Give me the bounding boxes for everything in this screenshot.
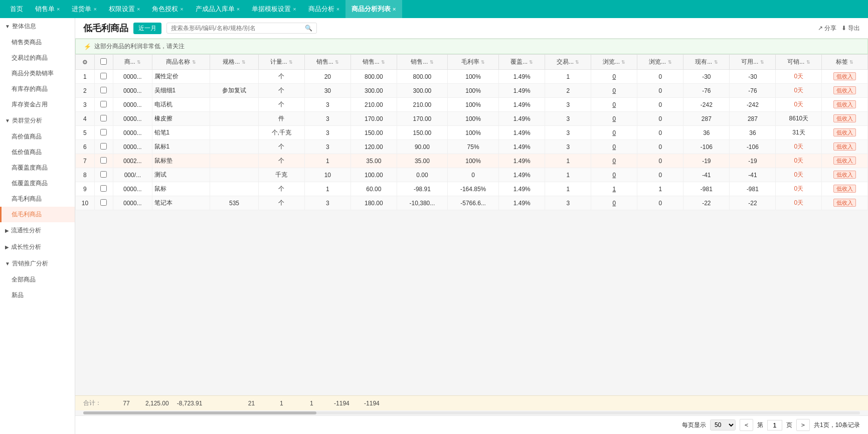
row-browse1[interactable]: 0: [591, 154, 637, 168]
export-button[interactable]: ⬇ 导出: [841, 24, 860, 33]
table-row[interactable]: 4 0000... 橡皮擦 件 3 170.00 170.00 100% 1.4…: [76, 112, 868, 126]
row-select-checkbox[interactable]: [100, 157, 107, 164]
close-icon[interactable]: ×: [137, 6, 140, 12]
row-select-checkbox[interactable]: [100, 171, 107, 178]
nav-product-analysis-list[interactable]: 商品分析列表 ×: [345, 0, 402, 18]
col-trade[interactable]: 交易... ⇅: [545, 55, 591, 70]
close-icon[interactable]: ×: [336, 6, 339, 12]
sidebar-item-in-stock[interactable]: 有库存的商品: [0, 81, 75, 97]
row-browse1[interactable]: 0: [591, 70, 637, 84]
col-saleable[interactable]: 可销... ⇅: [776, 55, 822, 70]
col-checkbox[interactable]: [94, 55, 113, 70]
row-select-checkbox[interactable]: [100, 199, 107, 206]
close-icon[interactable]: ×: [293, 6, 296, 12]
row-checkbox[interactable]: [94, 98, 113, 112]
next-page-button[interactable]: ＞: [796, 419, 810, 431]
row-browse1[interactable]: 0: [591, 140, 637, 154]
table-row[interactable]: 8 000/... 测试 千克 10 100.00 0.00 0 1.49% 1…: [76, 168, 868, 182]
row-select-checkbox[interactable]: [100, 73, 107, 79]
sidebar-item-traded-goods[interactable]: 交易过的商品: [0, 50, 75, 66]
table-row[interactable]: 3 0000... 电话机 个 3 210.00 210.00 100% 1.4…: [76, 98, 868, 112]
row-browse1[interactable]: 0: [591, 168, 637, 182]
close-icon[interactable]: ×: [393, 6, 396, 12]
horizontal-scrollbar[interactable]: [83, 411, 860, 414]
col-spec[interactable]: 规格... ⇅: [210, 55, 259, 70]
row-checkbox[interactable]: [94, 168, 113, 182]
table-row[interactable]: 5 0000... 铅笔1 个,千克 3 150.00 150.00 100% …: [76, 126, 868, 140]
table-row[interactable]: 10 0000... 笔记本 535 个 3 180.00 -10,380...…: [76, 196, 868, 210]
col-sales-price[interactable]: 销售... ⇅: [351, 55, 397, 70]
nav-role-auth[interactable]: 角色授权 ×: [146, 0, 189, 18]
row-checkbox[interactable]: [94, 112, 113, 126]
row-select-checkbox[interactable]: [100, 129, 107, 135]
sidebar-item-low-value[interactable]: 低价值商品: [0, 144, 75, 160]
col-available[interactable]: 可用... ⇅: [730, 55, 776, 70]
filter-recent-month-button[interactable]: 近一月: [133, 23, 161, 34]
sidebar-item-new-goods[interactable]: 新品: [0, 287, 75, 303]
sidebar-item-all-goods[interactable]: 全部商品: [0, 272, 75, 287]
nav-permissions[interactable]: 权限设置 ×: [103, 0, 146, 18]
sidebar-group-overall[interactable]: ▼ 整体信息: [0, 18, 75, 35]
sidebar-item-sales-goods[interactable]: 销售类商品: [0, 35, 75, 50]
row-browse1[interactable]: 0: [591, 126, 637, 140]
share-button[interactable]: ↗ 分享: [818, 24, 836, 33]
nav-home[interactable]: 首页: [4, 0, 29, 18]
scrollbar-thumb[interactable]: [83, 411, 316, 414]
sidebar-group-growth[interactable]: ▶ 成长性分析: [0, 239, 75, 255]
col-gross-rate[interactable]: 毛利率 ⇅: [447, 55, 498, 70]
sidebar-group-cluster[interactable]: ▼ 类群堂分析: [0, 112, 75, 129]
col-sales-qty[interactable]: 销售... ⇅: [304, 55, 351, 70]
sidebar-item-high-margin[interactable]: 高毛利商品: [0, 191, 75, 207]
nav-product-entry[interactable]: 产成品入库单 ×: [190, 0, 246, 18]
col-current-stock[interactable]: 现有... ⇅: [683, 55, 730, 70]
sidebar-item-low-coverage[interactable]: 低覆盖度商品: [0, 176, 75, 191]
close-icon[interactable]: ×: [180, 6, 183, 12]
col-tag[interactable]: 标签 ⇅: [822, 55, 868, 70]
nav-product-analysis[interactable]: 商品分析 ×: [302, 0, 345, 18]
table-wrapper[interactable]: ⚙ 商... ⇅ 商品名称 ⇅ 规格... ⇅ 计量... ⇅ 销售... ⇅ …: [75, 54, 868, 395]
row-checkbox[interactable]: [94, 154, 113, 168]
close-icon[interactable]: ×: [57, 6, 60, 12]
col-unit[interactable]: 计量... ⇅: [258, 55, 304, 70]
row-checkbox[interactable]: [94, 196, 113, 210]
table-row[interactable]: 1 0000... 属性定价 个 20 800.00 800.00 100% 1…: [76, 70, 868, 84]
sidebar-item-high-value[interactable]: 高价值商品: [0, 129, 75, 144]
row-checkbox[interactable]: [94, 70, 113, 84]
row-select-checkbox[interactable]: [100, 143, 107, 150]
sidebar-item-high-coverage[interactable]: 高覆盖度商品: [0, 160, 75, 176]
select-all-checkbox[interactable]: [100, 58, 107, 65]
row-checkbox[interactable]: [94, 84, 113, 98]
row-browse1[interactable]: 0: [591, 84, 637, 98]
sidebar-group-marketing[interactable]: ▼ 营销推广分析: [0, 255, 75, 272]
row-checkbox[interactable]: [94, 140, 113, 154]
close-icon[interactable]: ×: [93, 6, 96, 12]
col-browse1[interactable]: 浏览... ⇅: [591, 55, 637, 70]
row-browse1[interactable]: 0: [591, 98, 637, 112]
col-coverage[interactable]: 覆盖... ⇅: [499, 55, 545, 70]
row-select-checkbox[interactable]: [100, 185, 107, 192]
per-page-select[interactable]: 50 100 200: [710, 419, 736, 430]
row-select-checkbox[interactable]: [100, 101, 107, 107]
sidebar-item-category-rate[interactable]: 商品分类助销率: [0, 66, 75, 81]
nav-sales[interactable]: 销售单 ×: [29, 0, 66, 18]
row-select-checkbox[interactable]: [100, 87, 107, 93]
col-name[interactable]: 商品名称 ⇅: [152, 55, 210, 70]
col-code[interactable]: 商... ⇅: [113, 55, 152, 70]
row-browse1[interactable]: 0: [591, 196, 637, 210]
close-icon[interactable]: ×: [237, 6, 240, 12]
sidebar-item-stock-capital[interactable]: 库存资金占用: [0, 97, 75, 112]
col-browse2[interactable]: 浏览... ⇅: [637, 55, 683, 70]
search-icon[interactable]: 🔍: [305, 25, 312, 32]
row-checkbox[interactable]: [94, 182, 113, 196]
nav-purchase[interactable]: 进货单 ×: [66, 0, 102, 18]
table-row[interactable]: 7 0002... 鼠标垫 个 1 35.00 35.00 100% 1.49%…: [76, 154, 868, 168]
table-row[interactable]: 2 0000... 吴细细1 参加复试 个 30 300.00 300.00 1…: [76, 84, 868, 98]
row-browse1[interactable]: 1: [591, 182, 637, 196]
row-checkbox[interactable]: [94, 126, 113, 140]
sidebar-group-circulation[interactable]: ▶ 流通性分析: [0, 222, 75, 239]
nav-template[interactable]: 单据模板设置 ×: [246, 0, 302, 18]
table-row[interactable]: 9 0000... 鼠标 个 1 60.00 -98.91 -164.85% 1…: [76, 182, 868, 196]
prev-page-button[interactable]: ＜: [740, 419, 753, 431]
table-row[interactable]: 6 0000... 鼠标1 个 3 120.00 90.00 75% 1.49%…: [76, 140, 868, 154]
sidebar-item-low-margin[interactable]: 低毛利商品: [0, 207, 75, 222]
